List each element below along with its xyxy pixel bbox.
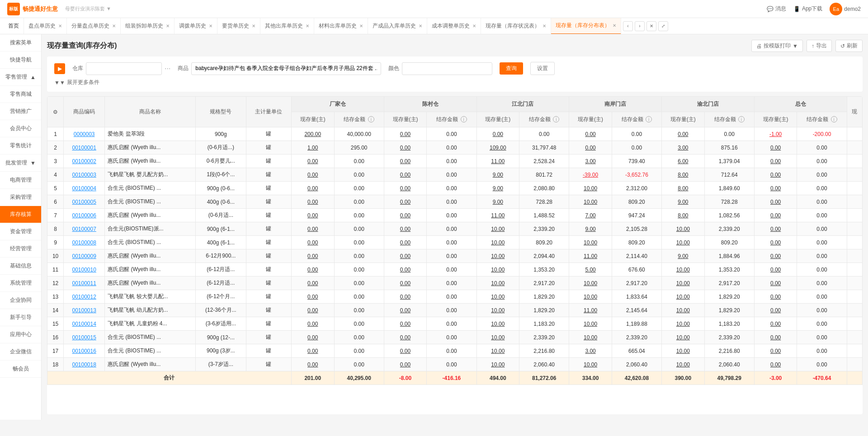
tab-5[interactable]: 要货单历史 ✕	[217, 18, 260, 34]
tab-4-close[interactable]: ✕	[209, 23, 212, 28]
table-row: 1 0000003 爱他美 盐萃3段 900g 罐 200.00 40,000.…	[47, 127, 863, 141]
tab-8-close[interactable]: ✕	[419, 23, 422, 28]
cell-unit: 罐	[246, 127, 291, 141]
sidebar-item-guide[interactable]: 新手引导	[0, 309, 41, 326]
refresh-btn[interactable]: ↺ 刷新	[835, 40, 863, 52]
f-amount-info[interactable]: i	[368, 116, 374, 122]
tab-next-btn[interactable]: ›	[635, 21, 645, 31]
sidebar-item-search[interactable]: 搜索英单	[0, 34, 41, 52]
sidebar-item-appcenter[interactable]: 应用中心	[0, 326, 41, 343]
cell-spec: (0-6月适...)	[195, 141, 246, 155]
tab-9-close[interactable]: ✕	[472, 23, 476, 28]
sidebar-item-retail[interactable]: 零售管理 ▲	[0, 69, 41, 86]
tab-prev-btn[interactable]: ‹	[623, 21, 633, 31]
cell-unit: 罐	[246, 358, 291, 371]
tab-home[interactable]: 首页	[4, 18, 24, 34]
tab-9[interactable]: 成本调整单历史 ✕	[427, 18, 481, 34]
cell-na-stock: 9.00	[569, 222, 612, 236]
c-amount-info[interactable]: i	[461, 116, 467, 122]
sidebar-item-operation[interactable]: 经营管理	[0, 240, 41, 258]
cell-jb-stock: 10.00	[476, 290, 519, 304]
cell-index: 5	[47, 182, 64, 195]
tab-expand-btn[interactable]: ⤢	[658, 21, 668, 31]
tab-11[interactable]: 现存量（库存分布表） ✕	[551, 18, 621, 34]
tab-7[interactable]: 材料出库单历史 ✕	[314, 18, 368, 34]
tab-6[interactable]: 其他出库单历史 ✕	[260, 18, 314, 34]
tab-3-close[interactable]: ✕	[166, 23, 170, 28]
sidebar-item-retailstat[interactable]: 零售统计	[0, 137, 41, 155]
query-btn[interactable]: 查询	[500, 62, 523, 75]
warehouse-input[interactable]	[86, 62, 162, 75]
sidebar-item-system[interactable]: 系统管理	[0, 275, 41, 292]
settings-btn[interactable]: 设置	[530, 62, 555, 75]
t-amount-info[interactable]: i	[831, 116, 837, 122]
cell-t-amount: 0.00	[797, 304, 847, 317]
sidebar-ecommerce-label: 电商管理	[10, 177, 32, 183]
th-jb-amount: 结存金额 i	[519, 112, 569, 127]
sidebar-item-marketing[interactable]: 营销推广	[0, 103, 41, 120]
cell-yb-amount: 1,082.56	[704, 209, 754, 222]
tab-1[interactable]: 盘点单历史 ✕	[24, 18, 67, 34]
th-f-stock: 现存量(主)	[291, 112, 334, 127]
sidebar-item-wholesale[interactable]: 批发管理 ▼	[0, 155, 41, 172]
sidebar-item-member[interactable]: 会员中心	[0, 120, 41, 137]
cell-f-stock: 0.00	[291, 236, 334, 249]
tab-5-close[interactable]: ✕	[252, 23, 255, 28]
warehouse-dots: ···	[165, 65, 170, 73]
cell-t-amount: 0.00	[797, 236, 847, 249]
cell-unit: 罐	[246, 222, 291, 236]
sidebar-basics-label: 基础信息	[10, 263, 32, 269]
print-btn[interactable]: 🖨 按模版打印 ▼	[751, 40, 803, 52]
cell-index: 18	[47, 358, 64, 371]
sidebar-item-collab[interactable]: 企业协同	[0, 292, 41, 309]
color-input[interactable]	[402, 62, 492, 75]
tab-6-close[interactable]: ✕	[306, 23, 309, 28]
sidebar-item-basics[interactable]: 基础信息	[0, 258, 41, 275]
export-btn[interactable]: ↑ 导出	[807, 40, 832, 52]
sidebar-item-wechat[interactable]: 企业微信	[0, 343, 41, 361]
tab-2-close[interactable]: ✕	[112, 23, 116, 28]
sidebar-item-vip[interactable]: 畅会员	[0, 361, 41, 378]
filter-toggle-btn[interactable]: ▶	[54, 63, 65, 74]
download-icon: 📱	[793, 6, 800, 12]
th-yb-stock: 现存量(主)	[662, 112, 705, 127]
download-btn[interactable]: 📱 App下载	[793, 5, 822, 13]
cell-index: 16	[47, 331, 64, 344]
tab-home-label: 首页	[8, 22, 19, 30]
message-icon: 💬	[767, 6, 774, 12]
cell-na-stock: 10.00	[569, 358, 612, 371]
cell-f-amount: 0.00	[334, 209, 384, 222]
sidebar-item-inventory[interactable]: 库存核算	[0, 206, 41, 223]
sidebar-item-finance[interactable]: 资金管理	[0, 223, 41, 240]
tab-7-close[interactable]: ✕	[359, 23, 363, 28]
th-settings[interactable]: ⚙	[47, 97, 64, 127]
tab-1-close[interactable]: ✕	[58, 23, 62, 28]
tab-10[interactable]: 现存量（库存状况表） ✕	[481, 18, 551, 34]
tab-2[interactable]: 分量盘点单历史 ✕	[67, 18, 121, 34]
expand-btn[interactable]: ▼▼ 展开更多条件	[54, 79, 855, 86]
yb-amount-info[interactable]: i	[738, 116, 745, 122]
goods-input[interactable]	[191, 62, 381, 75]
cell-yb-stock: 6.00	[662, 155, 705, 168]
sidebar-item-retailmall[interactable]: 零售商城	[0, 86, 41, 103]
sidebar-item-purchase[interactable]: 采购管理	[0, 189, 41, 206]
tab-close-btn[interactable]: ✕	[646, 21, 656, 31]
sidebar-item-ecommerce[interactable]: 电商管理	[0, 172, 41, 189]
summary-yb-stock: 390.00	[662, 371, 705, 385]
table-row: 13 00100012 飞鹤星飞帆 较大婴儿配... (6-12个月... 罐 …	[47, 290, 863, 304]
tab-11-close[interactable]: ✕	[613, 23, 616, 28]
message-btn[interactable]: 💬 消息	[767, 5, 786, 13]
tab-4[interactable]: 调拨单历史 ✕	[175, 18, 217, 34]
tab-10-close[interactable]: ✕	[542, 23, 546, 28]
tab-8[interactable]: 产成品入库单历史 ✕	[368, 18, 427, 34]
username: demo2	[844, 6, 861, 12]
na-amount-info[interactable]: i	[646, 116, 652, 122]
user-area[interactable]: Ea demo2	[830, 3, 861, 15]
cell-jb-stock: 10.00	[476, 236, 519, 249]
tab-1-label: 盘点单历史	[28, 22, 56, 30]
jb-amount-info[interactable]: i	[553, 116, 559, 122]
cell-c-amount: 0.00	[427, 249, 476, 263]
tab-3[interactable]: 组装拆卸单历史 ✕	[121, 18, 175, 34]
sidebar-item-quicknav[interactable]: 快捷导航	[0, 52, 41, 69]
cell-na-amount: 2,339.20	[612, 331, 661, 344]
